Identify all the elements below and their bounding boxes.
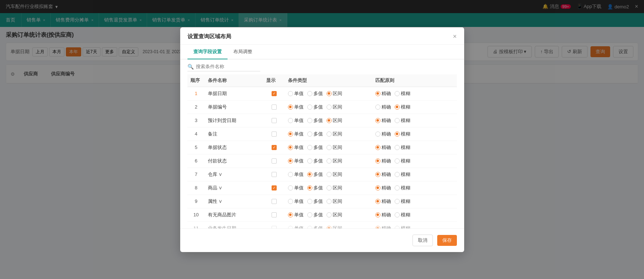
row-order: 5 [187, 145, 205, 150]
row-name: 仓库 ∨ [205, 171, 263, 178]
row-match: 精确 模糊 [372, 198, 445, 205]
row-name: 商品 ∨ [205, 185, 263, 191]
col-show: 显示 [263, 77, 285, 84]
row-type: 单值 多值 区间 [285, 158, 372, 164]
dialog: 设置查询区域布局 × 查询字段设置 布局调整 🔍 顺序 条件名称 显示 条件类型… [180, 27, 464, 246]
row-type: 单值 多值 区间 [285, 171, 372, 178]
row-type: 单值 多值 区间 [285, 225, 372, 228]
col-match: 匹配原则 [372, 77, 445, 84]
dialog-overlay: 设置查询区域布局 × 查询字段设置 布局调整 🔍 顺序 条件名称 显示 条件类型… [0, 0, 644, 245]
dialog-close-button[interactable]: × [453, 33, 457, 40]
dialog-table-header: 顺序 条件名称 显示 条件类型 匹配原则 [187, 74, 457, 87]
row-type: 单值 多值 区间 [285, 117, 372, 124]
row-show-cb[interactable] [263, 172, 285, 177]
row-match: 精确 模糊 [372, 171, 445, 178]
table-row: 9 属性 ∨ 单值 多值 区间 精确 模糊 [187, 195, 457, 208]
row-type: 单值 多值 区间 [285, 185, 372, 191]
row-order: 7 [187, 172, 205, 177]
save-button[interactable]: 保存 [437, 235, 457, 246]
row-order: 9 [187, 199, 205, 204]
dialog-tabs: 查询字段设置 布局调整 [180, 45, 464, 59]
row-name: 单据状态 [205, 144, 263, 151]
table-row: 7 仓库 ∨ 单值 多值 区间 精确 模糊 [187, 168, 457, 181]
row-type: 单值 多值 区间 [285, 90, 372, 97]
row-show-cb[interactable] [263, 158, 285, 164]
row-order: 11 [187, 225, 205, 228]
search-icon: 🔍 [187, 64, 194, 70]
row-name: 预计到货日期 [205, 117, 263, 124]
row-show-cb[interactable] [263, 118, 285, 123]
row-type: 单值 多值 区间 [285, 212, 372, 218]
dialog-footer: 取消 保存 [180, 228, 464, 246]
radio-exact[interactable] [375, 91, 380, 96]
dialog-search-area: 🔍 [180, 59, 464, 74]
row-match: 精确 模糊 [372, 104, 445, 110]
row-show-cb[interactable] [263, 131, 285, 137]
table-row: 11 业务发生日期 单值 多值 区间 精确 模糊 [187, 222, 457, 228]
dialog-tab-fields[interactable]: 查询字段设置 [187, 45, 228, 59]
row-type: 单值 多值 区间 [285, 131, 372, 137]
dialog-header: 设置查询区域布局 × [180, 27, 464, 45]
row-order: 1 [187, 91, 205, 96]
row-match: 精确 模糊 [372, 144, 445, 151]
table-row: 5 单据状态 ✓ 单值 多值 区间 精确 模糊 [187, 141, 457, 154]
row-match: 精确 模糊 [372, 90, 445, 97]
row-match: 精确 模糊 [372, 117, 445, 124]
table-row: 1 单据日期 ✓ 单值 多值 区间 精确 模糊 [187, 87, 457, 101]
row-order: 8 [187, 185, 205, 190]
row-order: 4 [187, 131, 205, 137]
radio-multi[interactable] [307, 91, 312, 96]
row-match: 精确 模糊 [372, 131, 445, 137]
table-row: 3 预计到货日期 单值 多值 区间 精确 模糊 [187, 114, 457, 127]
row-name: 备注 [205, 131, 263, 137]
row-show-cb[interactable] [263, 212, 285, 217]
radio-range[interactable] [327, 91, 332, 96]
dialog-tab-layout[interactable]: 布局调整 [228, 45, 258, 59]
row-match: 精确 模糊 [372, 212, 445, 218]
search-input[interactable] [196, 64, 254, 69]
row-show-cb[interactable]: ✓ [263, 185, 285, 190]
row-show-cb[interactable]: ✓ [263, 91, 285, 96]
table-row: 2 单据编号 单值 多值 区间 精确 模糊 [187, 101, 457, 114]
row-order: 2 [187, 104, 205, 110]
row-show-cb[interactable] [263, 226, 285, 228]
row-show-cb[interactable]: ✓ [263, 145, 285, 150]
row-name: 有无商品图片 [205, 212, 263, 218]
row-name: 业务发生日期 [205, 225, 263, 228]
table-row: 6 付款状态 单值 多值 区间 精确 模糊 [187, 154, 457, 168]
col-type: 条件类型 [285, 77, 372, 84]
row-show-cb[interactable] [263, 105, 285, 110]
row-name: 单据编号 [205, 104, 263, 110]
row-name: 属性 ∨ [205, 198, 263, 205]
row-type: 单值 多值 区间 [285, 144, 372, 151]
table-row: 8 商品 ∨ ✓ 单值 多值 区间 精确 模糊 [187, 181, 457, 195]
row-match: 精确 模糊 [372, 185, 445, 191]
row-name: 单据日期 [205, 90, 263, 97]
row-order: 6 [187, 158, 205, 164]
row-type: 单值 多值 区间 [285, 104, 372, 110]
col-name: 条件名称 [205, 77, 263, 84]
row-type: 单值 多值 区间 [285, 198, 372, 205]
row-order: 3 [187, 118, 205, 123]
cancel-button[interactable]: 取消 [412, 235, 433, 246]
table-row: 4 备注 单值 多值 区间 精确 模糊 [187, 127, 457, 141]
radio-single[interactable] [288, 91, 293, 96]
row-show-cb[interactable] [263, 199, 285, 204]
dialog-table: 顺序 条件名称 显示 条件类型 匹配原则 1 单据日期 ✓ 单值 多值 区间 [180, 74, 464, 228]
row-name: 付款状态 [205, 158, 263, 164]
row-match: 精确 模糊 [372, 158, 445, 164]
col-order: 顺序 [187, 77, 205, 84]
row-order: 10 [187, 212, 205, 217]
row-match: 精确 模糊 [372, 225, 445, 228]
table-row: 10 有无商品图片 单值 多值 区间 精确 模糊 [187, 208, 457, 222]
radio-fuzzy[interactable] [395, 91, 400, 96]
dialog-title: 设置查询区域布局 [187, 33, 231, 40]
search-wrap: 🔍 [187, 64, 260, 71]
